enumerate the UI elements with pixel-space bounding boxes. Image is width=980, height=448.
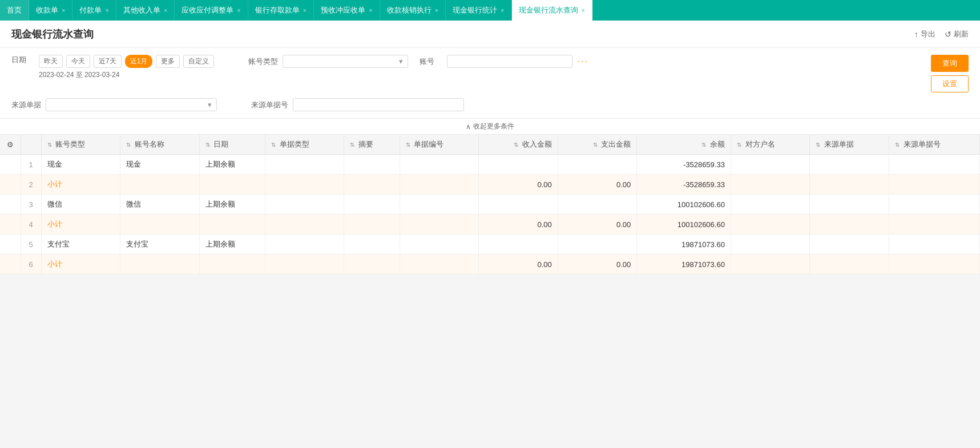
nav-bank-deposit-label: 银行存取款单	[255, 5, 300, 15]
col-date[interactable]: ⇅ 日期	[199, 135, 265, 155]
nav-home-label: 首页	[7, 5, 22, 15]
sort-source-doc-icon: ⇅	[816, 142, 820, 148]
cell-doc-type	[265, 175, 344, 195]
export-icon: ↑	[914, 30, 918, 39]
table-row: 4 小计 0.00 0.00 100102606.60	[0, 215, 980, 235]
col-account-name-label: 账号名称	[135, 140, 164, 148]
date-btn-7days[interactable]: 近7天	[94, 55, 122, 68]
nav-cash-bank-flow-close[interactable]: ×	[582, 7, 585, 14]
nav-ar-ap-label: 应收应付调整单	[182, 5, 233, 15]
cell-source-doc-num	[889, 175, 979, 195]
cell-account-name	[120, 255, 200, 275]
table-header-row: ⚙ ⇅ 账号类型 ⇅ 账号名称 ⇅ 日期 ⇅ 单据类型	[0, 135, 980, 155]
nav-cash-bank-stats-close[interactable]: ×	[501, 7, 504, 14]
date-btn-today[interactable]: 今天	[66, 55, 90, 68]
cell-expense: 0.00	[558, 175, 637, 195]
nav-receipts[interactable]: 收款单 ×	[29, 0, 72, 21]
date-btn-more[interactable]: 更多	[156, 55, 180, 68]
account-type-select[interactable]: ▾	[283, 55, 408, 68]
source-doc-chevron-icon: ▾	[208, 100, 212, 109]
gear-icon[interactable]: ⚙	[7, 140, 14, 149]
col-settings[interactable]: ⚙	[0, 135, 21, 155]
page-header: 现金银行流水查询 ↑ 导出 ↺ 刷新	[0, 21, 980, 48]
col-income[interactable]: ⇅ 收入金额	[479, 135, 558, 155]
col-doc-type[interactable]: ⇅ 单据类型	[265, 135, 344, 155]
nav-other-income-close[interactable]: ×	[164, 7, 167, 14]
nav-advance-offset-close[interactable]: ×	[369, 7, 372, 14]
col-source-doc[interactable]: ⇅ 来源单据	[810, 135, 889, 155]
table-row: 5 支付宝 支付宝 上期余额 19871073.60	[0, 235, 980, 255]
col-summary[interactable]: ⇅ 摘要	[344, 135, 400, 155]
date-btn-1month[interactable]: 近1月	[125, 55, 153, 68]
account-label: 账号	[420, 56, 442, 67]
nav-home[interactable]: 首页	[0, 0, 29, 21]
nav-receipts-close[interactable]: ×	[62, 7, 65, 14]
col-expense[interactable]: ⇅ 支出金额	[558, 135, 637, 155]
source-doc-num-input[interactable]	[293, 98, 464, 111]
nav-collection-exec[interactable]: 收款核销执行 ×	[380, 0, 446, 21]
nav-cash-bank-flow[interactable]: 现金银行流水查询 ×	[512, 0, 592, 21]
nav-collection-exec-close[interactable]: ×	[435, 7, 438, 14]
nav-advance-offset-label: 预收冲应收单	[321, 5, 365, 15]
cell-counterparty	[731, 195, 810, 215]
col-doc-type-label: 单据类型	[280, 140, 309, 148]
date-options-group: 昨天 今天 近7天 近1月 更多 自定义	[39, 55, 214, 68]
nav-ar-ap-adjust[interactable]: 应收应付调整单 ×	[175, 0, 248, 21]
cell-expense: 0.00	[558, 215, 637, 235]
nav-ar-ap-close[interactable]: ×	[237, 7, 240, 14]
nav-cash-bank-flow-label: 现金银行流水查询	[519, 5, 578, 15]
col-counterparty[interactable]: ⇅ 对方户名	[731, 135, 810, 155]
settings-button[interactable]: 设置	[931, 75, 969, 92]
col-account-name[interactable]: ⇅ 账号名称	[120, 135, 200, 155]
table-row: 2 小计 0.00 0.00 -3528659.33	[0, 175, 980, 195]
date-label: 日期	[11, 55, 34, 65]
collapse-button[interactable]: ∧ 收起更多条件	[466, 122, 514, 131]
cell-counterparty	[731, 155, 810, 175]
col-expense-label: 支出金额	[601, 140, 631, 148]
table-row: 1 现金 现金 上期余额 -3528659.33	[0, 155, 980, 175]
cell-balance: 19871073.60	[637, 235, 731, 255]
source-doc-select[interactable]: ▾	[46, 98, 217, 111]
account-dots-button[interactable]: ···	[577, 56, 588, 67]
cell-income	[479, 195, 558, 215]
col-source-doc-num[interactable]: ⇅ 来源单据号	[889, 135, 979, 155]
sort-account-name-icon: ⇅	[126, 142, 131, 148]
date-btn-custom[interactable]: 自定义	[183, 55, 214, 68]
cell-settings	[0, 195, 21, 215]
nav-other-income[interactable]: 其他收入单 ×	[116, 0, 175, 21]
export-label: 导出	[921, 29, 935, 39]
cell-summary	[344, 235, 400, 255]
col-doc-num[interactable]: ⇅ 单据编号	[400, 135, 479, 155]
col-summary-label: 摘要	[358, 140, 373, 148]
nav-cash-bank-stats[interactable]: 现金银行统计 ×	[446, 0, 511, 21]
cell-expense: 0.00	[558, 255, 637, 275]
nav-payments-label: 付款单	[79, 5, 102, 15]
cell-source-doc-num	[889, 255, 979, 275]
cell-settings	[0, 235, 21, 255]
refresh-button[interactable]: ↺ 刷新	[945, 29, 969, 39]
cell-summary	[344, 155, 400, 175]
nav-payments-close[interactable]: ×	[105, 7, 108, 14]
col-balance[interactable]: ⇅ 余额	[637, 135, 731, 155]
source-doc-num-label: 来源单据号	[251, 100, 288, 110]
cell-date	[199, 255, 265, 275]
sort-doc-num-icon: ⇅	[406, 142, 410, 148]
main-table: ⚙ ⇅ 账号类型 ⇅ 账号名称 ⇅ 日期 ⇅ 单据类型	[0, 135, 980, 275]
query-button[interactable]: 查询	[931, 55, 969, 72]
table-row: 3 微信 微信 上期余额 100102606.60	[0, 195, 980, 215]
refresh-icon: ↺	[945, 30, 951, 39]
nav-bank-deposit[interactable]: 银行存取款单 ×	[248, 0, 314, 21]
cell-counterparty	[731, 255, 810, 275]
nav-receipts-label: 收款单	[36, 5, 58, 15]
export-button[interactable]: ↑ 导出	[914, 29, 935, 39]
nav-bank-deposit-close[interactable]: ×	[303, 7, 306, 14]
cell-row-num: 4	[21, 215, 41, 235]
cell-doc-type	[265, 235, 344, 255]
nav-payments[interactable]: 付款单 ×	[72, 0, 116, 21]
col-account-type[interactable]: ⇅ 账号类型	[41, 135, 120, 155]
cell-settings	[0, 175, 21, 195]
date-btn-yesterday[interactable]: 昨天	[39, 55, 63, 68]
account-input[interactable]	[447, 55, 572, 68]
cell-doc-type	[265, 195, 344, 215]
nav-advance-offset[interactable]: 预收冲应收单 ×	[314, 0, 380, 21]
